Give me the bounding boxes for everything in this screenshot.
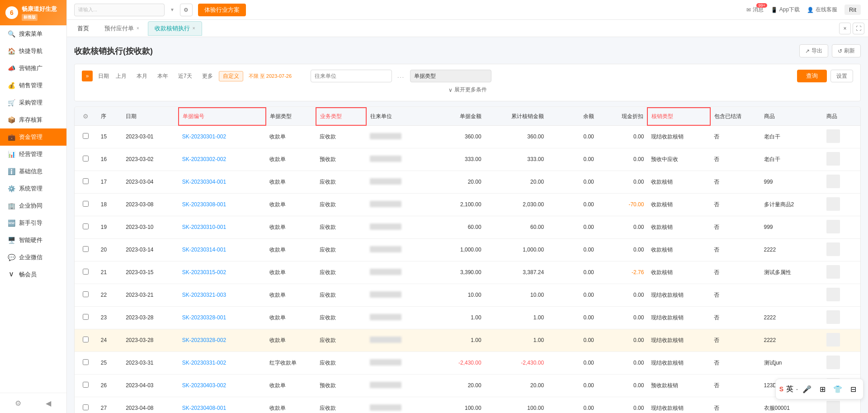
row-checkbox[interactable] xyxy=(75,125,97,148)
row-order-no[interactable]: SK-20230408-001 xyxy=(179,397,266,413)
col-header-order-no[interactable]: 单据编号 xyxy=(179,108,266,125)
sidebar-item-sales[interactable]: 💰 销售管理 xyxy=(0,77,66,94)
row-checkbox[interactable] xyxy=(75,193,97,216)
topbar-app-btn[interactable]: 📱 App下载 xyxy=(771,6,800,14)
row-order-no[interactable]: SK-20230304-001 xyxy=(179,171,266,193)
sidebar-collapse-btn[interactable]: ◀ xyxy=(34,397,63,409)
row-order-no[interactable]: SK-20230321-003 xyxy=(179,284,266,306)
col-header-settings[interactable]: ⚙ xyxy=(75,108,97,125)
tab-collection[interactable]: 收款核销执行 × xyxy=(148,21,202,36)
row-order-no[interactable]: SK-20230301-002 xyxy=(179,125,266,148)
row-goods-img xyxy=(823,193,860,216)
sidebar-item-guide[interactable]: 🆕 新手引导 xyxy=(0,214,66,232)
sidebar-item-system[interactable]: ⚙️ 系统管理 xyxy=(0,180,66,197)
col-header-biz-type[interactable]: 业务类型 xyxy=(316,108,366,125)
topbar-msg-btn[interactable]: ✉ 消息 99+ xyxy=(746,6,764,14)
sidebar-item-finance[interactable]: 💼 资金管理 xyxy=(0,128,66,146)
col-header-order-type[interactable]: 单据类型 xyxy=(266,108,316,125)
col-header-included[interactable]: 包含已结清 xyxy=(710,108,760,125)
row-order-no[interactable]: SK-20230315-002 xyxy=(179,261,266,284)
row-checkbox[interactable] xyxy=(75,216,97,238)
query-btn[interactable]: 查询 xyxy=(797,70,827,82)
last-month-btn[interactable]: 上月 xyxy=(112,71,131,81)
row-checkbox[interactable] xyxy=(75,397,97,413)
column-settings-icon[interactable]: ⚙ xyxy=(83,113,89,120)
row-order-no[interactable]: SK-20230302-002 xyxy=(179,148,266,171)
col-header-date[interactable]: 日期 xyxy=(122,108,179,125)
row-checkbox[interactable] xyxy=(75,261,97,284)
sidebar-item-enterprise[interactable]: 🏢 企业协同 xyxy=(0,197,66,214)
row-goods-img xyxy=(823,261,860,284)
tab-close-btn[interactable]: × xyxy=(839,23,851,34)
refresh-btn[interactable]: ↺ 刷新 xyxy=(832,44,861,57)
tab-collection-close[interactable]: × xyxy=(193,26,195,31)
row-checkbox[interactable] xyxy=(75,284,97,306)
table-wrapper[interactable]: ⚙ 序 日期 单据编号 单据类型 业务类型 往来单位 单据金额 累计核销金额 余… xyxy=(75,107,860,413)
this-month-btn[interactable]: 本月 xyxy=(132,71,151,81)
row-order-no[interactable]: SK-20230403-002 xyxy=(179,374,266,397)
sidebar-item-basic[interactable]: ℹ️ 基础信息 xyxy=(0,163,66,180)
sidebar-item-search[interactable]: 🔍 搜索菜单 xyxy=(0,25,66,43)
row-checkbox[interactable] xyxy=(75,374,97,397)
sidebar-item-inventory[interactable]: 📦 库存核算 xyxy=(0,111,66,128)
row-checkbox[interactable] xyxy=(75,351,97,374)
sidebar-item-quick-nav[interactable]: 🏠 快捷导航 xyxy=(0,43,66,60)
topbar-search[interactable]: 请输入... xyxy=(74,4,165,16)
custom-date-btn[interactable]: 自定义 xyxy=(219,71,243,81)
topbar-service-btn[interactable]: 👤 在线客服 xyxy=(807,6,837,14)
col-header-goods2[interactable]: 商品 xyxy=(823,108,860,125)
sidebar-settings-btn[interactable]: ⚙ xyxy=(4,397,33,409)
user-avatar[interactable]: Rit xyxy=(844,5,861,15)
solution-btn[interactable]: 体验行业方案 xyxy=(198,4,246,16)
row-checkbox[interactable] xyxy=(75,306,97,329)
sidebar-item-operations[interactable]: 📊 经营管理 xyxy=(0,146,66,163)
row-checkbox[interactable] xyxy=(75,329,97,351)
row-order-no[interactable]: SK-20230314-001 xyxy=(179,238,266,261)
row-checkbox[interactable] xyxy=(75,238,97,261)
row-order-no[interactable]: SK-20230308-001 xyxy=(179,193,266,216)
row-amount: 100.00 xyxy=(429,397,485,413)
col-header-partner[interactable]: 往来单位 xyxy=(366,108,429,125)
sidebar-item-hardware[interactable]: 🖥️ 智能硬件 xyxy=(0,232,66,249)
export-btn[interactable]: ↗ 导出 xyxy=(799,44,828,57)
partner-input[interactable] xyxy=(311,70,392,82)
col-header-balance[interactable]: 余额 xyxy=(547,108,598,125)
row-order-no[interactable]: SK-20230328-001 xyxy=(179,306,266,329)
row-goods: 老白干 xyxy=(760,148,823,171)
last-7-days-btn[interactable]: 近7天 xyxy=(174,71,196,81)
col-header-goods[interactable]: 商品 xyxy=(760,108,823,125)
floating-mic-btn[interactable]: 🎤 xyxy=(801,383,813,395)
row-order-no[interactable]: SK-20230331-002 xyxy=(179,351,266,374)
row-order-no[interactable]: SK-20230328-002 xyxy=(179,329,266,351)
tab-prepay-close[interactable]: × xyxy=(137,26,139,31)
row-goods-img xyxy=(823,306,860,329)
row-goods-img xyxy=(823,238,860,261)
row-verify-type: 现结收款核销 xyxy=(647,306,710,329)
row-discount: 0.00 xyxy=(598,216,648,238)
order-type-select[interactable]: 单据类型 xyxy=(410,70,491,82)
row-checkbox[interactable] xyxy=(75,148,97,171)
sidebar-item-purchase[interactable]: 🛒 采购管理 xyxy=(0,94,66,111)
col-header-discount[interactable]: 现金折扣 xyxy=(598,108,648,125)
sidebar-item-wechat[interactable]: 💬 企业微信 xyxy=(0,249,66,266)
tab-expand-btn[interactable]: ⛶ xyxy=(853,23,864,34)
this-year-btn[interactable]: 本年 xyxy=(153,71,172,81)
member-icon: V xyxy=(7,271,15,279)
row-order-no[interactable]: SK-20230310-001 xyxy=(179,216,266,238)
topbar-gear-btn[interactable]: ⚙ xyxy=(180,4,193,16)
floating-grid-btn[interactable]: ⊞ xyxy=(816,383,829,395)
tab-prepay[interactable]: 预付应付单 × xyxy=(98,21,146,36)
col-header-amount[interactable]: 单据金额 xyxy=(429,108,485,125)
filter-expand-toggle[interactable]: » xyxy=(82,71,93,81)
expand-conditions-btn[interactable]: ∨ 展开更多条件 xyxy=(448,84,487,95)
floating-shirt-btn[interactable]: 👕 xyxy=(831,383,844,395)
row-checkbox[interactable] xyxy=(75,171,97,193)
col-header-verify-type[interactable]: 核销类型 xyxy=(647,108,710,125)
sidebar-item-member[interactable]: V 畅会员 xyxy=(0,266,66,283)
floating-apps-btn[interactable]: ⊟ xyxy=(847,383,859,395)
filter-setting-btn[interactable]: 设置 xyxy=(830,70,853,82)
tab-home[interactable]: 首页 xyxy=(71,21,96,36)
more-date-btn[interactable]: 更多 xyxy=(198,71,217,81)
sidebar-item-marketing[interactable]: 📣 营销推广 xyxy=(0,60,66,77)
col-header-cum-amount[interactable]: 累计核销金额 xyxy=(485,108,547,125)
